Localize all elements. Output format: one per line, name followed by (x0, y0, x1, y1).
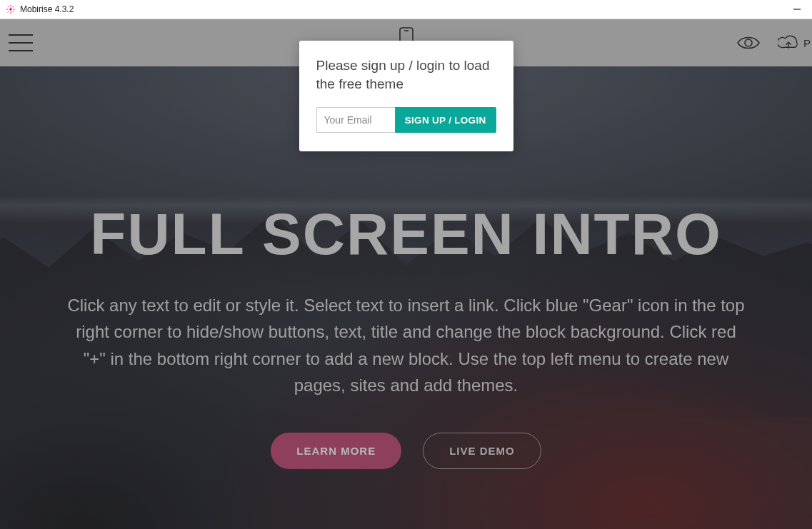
svg-line-6 (13, 11, 14, 13)
window-titlebar: Mobirise 4.3.2 (0, 0, 812, 19)
app-viewport: P FULL SCREEN INTRO Click any text to ed… (0, 19, 812, 529)
signup-modal: Please sign up / login to load the free … (299, 41, 513, 151)
window-minimize-button[interactable] (786, 2, 808, 16)
app-logo-icon (6, 4, 16, 14)
window-title: Mobirise 4.3.2 (20, 4, 74, 14)
svg-line-7 (8, 11, 9, 13)
signup-modal-message: Please sign up / login to load the free … (316, 56, 496, 93)
svg-line-8 (13, 6, 14, 8)
signup-login-button[interactable]: SIGN UP / LOGIN (395, 107, 496, 133)
svg-point-0 (9, 8, 12, 11)
email-input[interactable] (316, 107, 395, 133)
svg-line-5 (8, 6, 9, 8)
